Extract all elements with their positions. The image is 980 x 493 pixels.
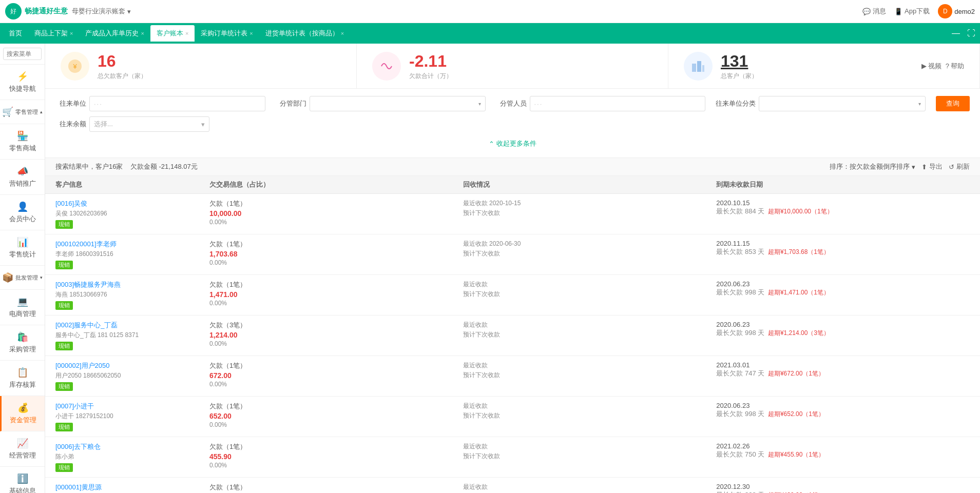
overdue-amount-6: 超期¥455.90（1笔） [768,451,824,458]
recovery-date-6: 最近收款 [463,442,717,451]
retail-mgmt-icon: 🛒 [2,106,13,117]
tab-customer-account-label: 客户账本 [157,29,183,38]
debt-amount-3: 1,214.00 [209,331,463,339]
customer-name-6[interactable]: [0006]去下粮仓 [55,443,101,450]
main-content: ¥ 16 总欠款客户（家） -2.11 欠款合计（万） [45,44,980,493]
tab-stock-summary[interactable]: 进货单统计表（按商品） × [259,25,350,42]
table-row: [0003]畅捷服务尹海燕 海燕 18513066976 现销 欠款（1笔） 1… [45,275,980,315]
nav-maximize-btn[interactable]: ⛶ [965,27,977,40]
due-date-4: 2021.03.01 [716,361,970,369]
debt-percent-3: 0.00% [209,340,463,347]
help-action[interactable]: ? 帮助 [946,62,964,71]
customer-cell-7: [000001]黄思源 黄思源 13552700226 现销 [55,483,209,493]
search-input[interactable] [3,48,42,60]
nav-tabs: 首页 商品上下架 × 产成品入库单历史 × 客户账本 × 采购订单统计表 × 进… [0,23,980,44]
tab-stock-summary-label: 进货单统计表（按商品） [265,29,339,38]
tab-customer-account-close[interactable]: × [185,30,188,36]
stat-card-1: ¥ 16 总欠款客户（家） [45,44,357,88]
filter-unit-class: 往来单位分类 ▾ [716,96,926,111]
sidebar: ⚡ 快捷导航 🛒 零售管理 ▴ 🏪 零售商城 📣 营销推广 👤 会员中心 📊 零… [0,44,45,493]
sidebar-item-operation[interactable]: 📈 经营管理 [0,431,45,467]
customer-tag-1: 现销 [55,261,73,269]
debt-percent-5: 0.00% [209,421,463,428]
recovery-next-4: 预计下次收款 [463,371,717,380]
dept-input[interactable]: ▾ [310,96,486,111]
unit-class-arrow-icon: ▾ [918,101,921,107]
filter-balance: 往来余额 选择... ▾ [55,116,209,132]
recovery-next-5: 预计下次收款 [463,411,717,420]
sidebar-item-retail-mgmt[interactable]: 🛒 零售管理 ▴ [0,100,45,124]
tab-purchase-summary-close[interactable]: × [249,30,253,36]
customer-name-2[interactable]: [0003]畅捷服务尹海燕 [55,281,121,288]
query-button[interactable]: 查询 [936,96,970,111]
sidebar-item-marketing[interactable]: 📣 营销推广 [0,160,45,195]
customer-phone-2: 海燕 18513066976 [55,290,209,299]
customer-name-5[interactable]: [0007]小进干 [55,402,94,410]
refresh-action[interactable]: ↺ 刷新 [949,162,970,171]
tab-customer-account[interactable]: 客户账本 × [150,25,195,42]
video-action[interactable]: ▶ 视频 [921,62,941,71]
recovery-cell-6: 最近收款 预计下次收款 [463,442,717,461]
tab-product-offshelf[interactable]: 商品上下架 × [28,25,79,42]
duedate-cell-5: 2020.06.23 最长欠款 998 天 超期¥652.00（1笔） [716,402,970,419]
debt-cell-5: 欠款（1笔） 652.00 0.00% [209,402,463,428]
from-unit-input[interactable]: ··· [89,96,265,111]
sidebar-item-inventory[interactable]: 📋 库存核算 [0,361,45,396]
manager-input[interactable]: ··· [530,96,706,111]
customer-cell-5: [0007]小进干 小进干 18279152100 现销 [55,402,209,431]
sidebar-item-quick-nav[interactable]: ⚡ 快捷导航 [0,65,45,100]
customer-name-7[interactable]: [000001]黄思源 [55,483,102,491]
debt-cell-6: 欠款（1笔） 455.90 0.00% [209,442,463,469]
duedate-cell-1: 2020.11.15 最长欠款 853 天 超期¥1,703.68（1笔） [716,240,970,257]
customer-name-4[interactable]: [000002]用户2050 [55,362,110,369]
message-action[interactable]: 💬 消息 [862,7,886,16]
stat-icon-2 [372,52,401,81]
sidebar-item-retail-mall[interactable]: 🏪 零售商城 [0,124,45,160]
stat-info-1: 16 总欠款客户（家） [98,52,147,81]
sidebar-item-member[interactable]: 👤 会员中心 [0,195,45,230]
app-download-action[interactable]: 📱 App下载 [894,7,930,16]
unit-class-input[interactable]: ▾ [759,96,926,111]
sidebar-item-label: 零售管理 [15,108,38,116]
customer-tag-2: 现销 [55,301,73,310]
tab-product-history[interactable]: 产成品入库单历史 × [79,25,150,42]
customer-phone-1: 李老师 18600391516 [55,250,209,259]
sidebar-item-batch-mgmt[interactable]: 📦 批发管理 ▾ [0,266,45,290]
export-action[interactable]: ⬆ 导出 [921,162,943,171]
user-action[interactable]: D demo2 [938,4,975,18]
company-select[interactable]: 母婴行业演示账套 ▾ [72,7,131,16]
debt-cell-3: 欠款（3笔） 1,214.00 0.00% [209,321,463,347]
top-bar: 好 畅捷通好生意 母婴行业演示账套 ▾ 💬 消息 📱 App下载 D demo2 [0,0,980,23]
customer-phone-0: 吴俊 13026203696 [55,209,209,218]
unit-class-label: 往来单位分类 [716,99,756,108]
tab-product-offshelf-close[interactable]: × [70,30,73,36]
balance-select[interactable]: 选择... ▾ [89,116,209,132]
phone-icon: 📱 [894,8,902,15]
overdue-amount-2: 超期¥1,471.00（1笔） [768,289,830,296]
customer-name-3[interactable]: [0002]服务中心_丁磊 [55,321,118,329]
sidebar-item-ecommerce[interactable]: 💻 电商管理 [0,290,45,325]
sidebar-item-label: 资金管理 [10,416,36,425]
overdue-days-6: 最长欠款 750 天 超期¥455.90（1笔） [716,450,970,459]
tab-product-history-close[interactable]: × [141,30,144,36]
stat-card-2: -2.11 欠款合计（万） [357,44,668,88]
customer-cell-4: [000002]用户2050 用户2050 18665062050 现销 [55,361,209,391]
tab-home[interactable]: 首页 [3,25,28,42]
sort-select[interactable]: 排序：按欠款金额倒序排序 ▾ [830,162,915,171]
balance-arrow-icon: ▾ [201,121,205,128]
tab-purchase-summary[interactable]: 采购订单统计表 × [195,25,259,42]
nav-minimize-btn[interactable]: — [950,27,962,40]
collapse-button[interactable]: ⌃ 收起更多条件 [489,139,536,148]
retail-mall-icon: 🏪 [17,130,28,142]
inventory-icon: 📋 [17,367,28,378]
sidebar-item-purchase[interactable]: 🛍️ 采购管理 [0,325,45,361]
table-header: 客户信息 欠交易信息（占比） 回收情况 到期未收款日期 [45,176,980,194]
sidebar-item-retail-stats[interactable]: 📊 零售统计 [0,230,45,266]
message-label: 消息 [873,7,886,16]
customer-name-1[interactable]: [0001020001]李老师 [55,240,117,248]
tab-stock-summary-close[interactable]: × [341,30,344,36]
sidebar-item-finance[interactable]: 💰 资金管理 [0,396,45,431]
sidebar-item-basic[interactable]: ℹ️ 基础信息 [0,467,45,493]
stat-icon-3 [684,52,713,81]
customer-name-0[interactable]: [0016]吴俊 [55,200,87,207]
